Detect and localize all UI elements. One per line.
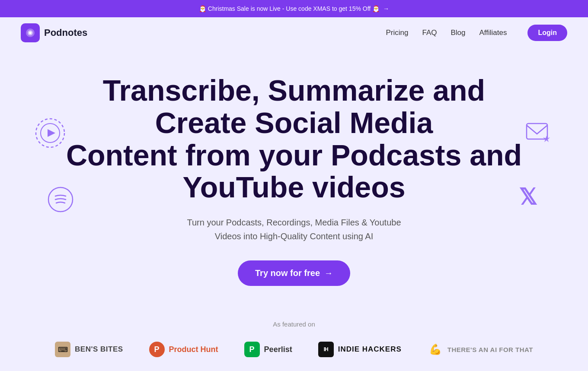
theresanai-text: THERE'S AN AI FOR THAT xyxy=(447,346,533,353)
cta-arrow: → xyxy=(324,268,333,278)
spotify-icon-float xyxy=(48,187,74,214)
logo-icon xyxy=(21,23,40,42)
theresanai-logo: 💪 THERE'S AN AI FOR THAT xyxy=(428,342,533,357)
indie-hackers-logo: IH INDIE HACKERS xyxy=(318,342,402,357)
navbar: Podnotes Pricing FAQ Blog Affiliates Log… xyxy=(0,17,588,48)
theresanai-icon: 💪 xyxy=(428,342,443,357)
peerlist-icon: P xyxy=(244,342,260,357)
svg-rect-7 xyxy=(527,124,547,139)
indie-hackers-icon: IH xyxy=(318,342,334,357)
peerlist-logo: P Peerlist xyxy=(244,342,292,357)
nav-affiliates[interactable]: Affiliates xyxy=(479,29,507,37)
logo-svg xyxy=(25,28,35,38)
peerlist-text: Peerlist xyxy=(264,345,292,354)
indie-hackers-text: INDIE HACKERS xyxy=(338,345,402,354)
nav-links: Pricing FAQ Blog Affiliates Login xyxy=(386,25,567,41)
hero-section: 𝕏 Transcribe, Summarize and Create Socia… xyxy=(0,48,588,303)
nav-faq[interactable]: FAQ xyxy=(422,29,437,37)
svg-point-2 xyxy=(29,32,32,34)
featured-label: As featured on xyxy=(17,320,571,328)
banner-text: 🎅 Christmas Sale is now Live - Use code … xyxy=(199,5,380,12)
bens-bites-logo: ⌨ BEN'S BITES xyxy=(55,342,123,357)
logo-text: Podnotes xyxy=(44,27,87,38)
product-hunt-text: Product Hunt xyxy=(169,345,218,354)
login-button[interactable]: Login xyxy=(527,25,567,41)
svg-point-6 xyxy=(48,187,73,212)
svg-text:𝕏: 𝕏 xyxy=(519,184,537,209)
product-hunt-icon: P xyxy=(149,342,165,357)
email-icon-float xyxy=(524,117,553,149)
bens-bites-text: BEN'S BITES xyxy=(75,345,123,354)
cta-label: Try now for free xyxy=(255,268,320,278)
banner-arrow: → xyxy=(383,5,389,12)
play-icon-float xyxy=(35,117,66,150)
hero-headline: Transcribe, Summarize and Create Social … xyxy=(56,74,532,203)
logo-link[interactable]: Podnotes xyxy=(21,23,87,42)
nav-pricing[interactable]: Pricing xyxy=(386,29,408,37)
x-icon-float: 𝕏 xyxy=(517,182,545,212)
featured-logos: ⌨ BEN'S BITES P Product Hunt P Peerlist … xyxy=(17,342,571,357)
promo-banner[interactable]: 🎅 Christmas Sale is now Live - Use code … xyxy=(0,0,588,17)
featured-section: As featured on ⌨ BEN'S BITES P Product H… xyxy=(0,303,588,371)
product-hunt-logo: P Product Hunt xyxy=(149,342,218,357)
cta-button[interactable]: Try now for free → xyxy=(238,260,350,286)
bens-bites-icon: ⌨ xyxy=(55,342,70,357)
hero-subtitle: Turn your Podcasts, Recordings, Media Fi… xyxy=(17,216,571,243)
svg-marker-5 xyxy=(48,129,55,137)
nav-blog[interactable]: Blog xyxy=(451,29,465,37)
